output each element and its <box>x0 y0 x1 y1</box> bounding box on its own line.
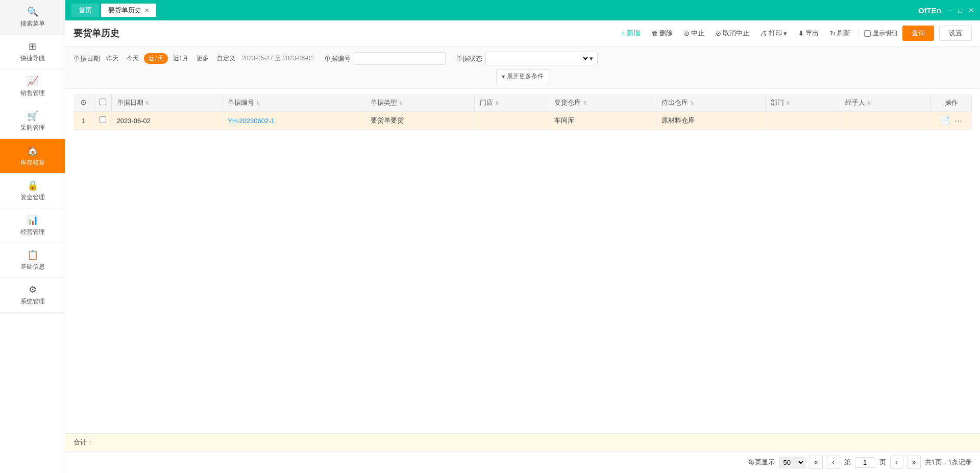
th-store[interactable]: 门店 <box>475 94 549 112</box>
more-icon[interactable]: ⋯ <box>954 116 962 125</box>
th-date-label: 单据日期 <box>117 99 143 106</box>
sidebar-item-purchase[interactable]: 🛒 采购管理 <box>0 104 65 139</box>
th-check <box>94 94 111 112</box>
stop-icon: ⊘ <box>684 30 690 37</box>
cell-handler <box>840 112 930 130</box>
export-button[interactable]: ⬇ 导出 <box>795 27 822 40</box>
next-page-btn[interactable]: › <box>890 456 903 469</box>
date-more[interactable]: 更多 <box>193 53 212 64</box>
sidebar-item-finance[interactable]: 🔒 资金管理 <box>0 174 65 208</box>
th-req-warehouse[interactable]: 要货仓库 <box>549 94 656 112</box>
edit-icon[interactable]: 📄 <box>941 116 950 125</box>
expand-more-btn[interactable]: ▾ 展开更多条件 <box>496 69 549 83</box>
action-icons: 📄 ⋯ <box>936 116 966 125</box>
display-detail-checkbox[interactable] <box>864 30 871 37</box>
last-page-btn[interactable]: » <box>908 456 921 469</box>
refresh-button[interactable]: ↻ 刷新 <box>827 27 853 40</box>
doc-status-select[interactable] <box>490 54 590 63</box>
cell-num: 1 <box>74 112 94 130</box>
print-button[interactable]: 🖨 打印 ▾ <box>757 27 790 40</box>
page-label: 第 <box>844 458 851 467</box>
tab-close-icon[interactable]: ✕ <box>144 7 149 14</box>
toolbar: + 新增 🗑 删除 ⊘ 中止 ⊘ 取消中止 🖨 打印 ▾ <box>618 26 972 41</box>
row-checkbox[interactable] <box>100 116 106 123</box>
th-department[interactable]: 部门 <box>766 94 840 112</box>
date-last1month[interactable]: 近1月 <box>170 53 192 64</box>
page-input[interactable] <box>855 457 875 468</box>
th-doctype-label: 单据类型 <box>371 99 397 106</box>
th-pending-warehouse[interactable]: 待出仓库 <box>656 94 766 112</box>
doc-status-label: 单据状态 <box>456 54 482 63</box>
basic-icon: 📋 <box>27 249 38 261</box>
cell-req-warehouse: 车间库 <box>549 112 656 130</box>
page-size-select[interactable]: 50 10 20 100 <box>779 457 805 468</box>
minimize-icon[interactable]: ─ <box>947 7 952 14</box>
table-settings-icon[interactable]: ⚙ <box>80 98 87 107</box>
sidebar-item-search[interactable]: 🔍 搜索菜单 <box>0 0 65 35</box>
date-yesterday[interactable]: 昨天 <box>103 53 121 64</box>
doc-number-input[interactable] <box>354 52 446 65</box>
cell-date: 2023-06-02 <box>111 112 223 130</box>
tab-home[interactable]: 首页 <box>71 4 99 17</box>
sidebar: 🔍 搜索菜单 ⊞ 快捷导航 📈 销售管理 🛒 采购管理 🏠 库存核算 🔒 资金管… <box>0 0 65 473</box>
sidebar-item-sales[interactable]: 📈 销售管理 <box>0 69 65 104</box>
search-icon: 🔍 <box>27 6 38 17</box>
settings-button[interactable]: 设置 <box>939 26 972 41</box>
operations-icon: 📊 <box>27 215 38 226</box>
new-button[interactable]: + 新增 <box>618 27 643 40</box>
sidebar-item-operations[interactable]: 📊 经营管理 <box>0 208 65 243</box>
docno-link[interactable]: YH-20230602-1 <box>228 117 275 125</box>
first-page-btn[interactable]: « <box>810 456 823 469</box>
date-last7days[interactable]: 近7天 <box>144 53 168 64</box>
date-filter-label: 单据日期 <box>74 54 100 63</box>
cell-store <box>475 112 549 130</box>
th-department-label: 部门 <box>771 99 784 106</box>
sidebar-item-system[interactable]: ⚙ 系统管理 <box>0 278 65 313</box>
system-icon: ⚙ <box>29 284 37 295</box>
filter-area: 单据日期 昨天 今天 近7天 近1月 更多 自定义 2023-05-27 至 2… <box>65 46 980 89</box>
delete-button[interactable]: 🗑 删除 <box>648 27 676 40</box>
select-all-checkbox[interactable] <box>100 99 106 105</box>
total-records-label: 共1页，1条记录 <box>925 458 972 467</box>
export-label: 导出 <box>805 29 819 38</box>
filter-row-1: 单据日期 昨天 今天 近7天 近1月 更多 自定义 2023-05-27 至 2… <box>74 52 972 65</box>
cancel-stop-label: 取消中止 <box>723 29 749 38</box>
topbar: 首页 要货单历史 ✕ OfTEn ─ □ ✕ <box>65 0 980 20</box>
date-filter: 单据日期 昨天 今天 近7天 近1月 更多 自定义 2023-05-27 至 2… <box>74 53 314 64</box>
cancel-stop-button[interactable]: ⊘ 取消中止 <box>713 27 752 40</box>
purchase-icon: 🛒 <box>27 110 38 122</box>
delete-icon: 🗑 <box>651 30 658 37</box>
th-docno[interactable]: 单据编号 <box>223 94 365 112</box>
sidebar-item-label: 资金管理 <box>20 193 45 202</box>
expand-label: 展开更多条件 <box>507 72 544 81</box>
date-today[interactable]: 今天 <box>124 53 142 64</box>
sales-icon: 📈 <box>27 76 38 87</box>
sidebar-item-shortcut[interactable]: ⊞ 快捷导航 <box>0 35 65 69</box>
query-button[interactable]: 查询 <box>902 26 934 41</box>
sidebar-item-label: 销售管理 <box>20 89 45 98</box>
th-handler[interactable]: 经手人 <box>840 94 930 112</box>
inventory-icon: 🏠 <box>27 145 38 156</box>
th-date[interactable]: 单据日期 <box>111 94 223 112</box>
cell-docno: YH-20230602-1 <box>223 112 365 130</box>
shortcut-icon: ⊞ <box>29 41 36 52</box>
display-detail-toggle[interactable]: 显示明细 <box>864 29 897 38</box>
delete-label: 删除 <box>659 29 673 38</box>
table-area: ⚙ 单据日期 单据编号 单据类型 <box>65 89 980 433</box>
th-doctype[interactable]: 单据类型 <box>365 94 475 112</box>
th-docno-label: 单据编号 <box>228 99 254 106</box>
page-title: 要货单历史 <box>74 27 119 39</box>
finance-icon: 🔒 <box>27 180 38 191</box>
filter-dates: 昨天 今天 近7天 近1月 更多 自定义 <box>103 53 238 64</box>
close-icon[interactable]: ✕ <box>968 7 974 14</box>
stop-button[interactable]: ⊘ 中止 <box>681 27 707 40</box>
doc-status-select-wrapper: ▾ <box>485 52 598 65</box>
date-custom[interactable]: 自定义 <box>214 53 238 64</box>
sidebar-item-inventory[interactable]: 🏠 库存核算 <box>0 139 65 174</box>
th-action: 操作 <box>931 94 972 112</box>
date-range-display: 2023-05-27 至 2023-06-02 <box>241 54 313 63</box>
maximize-icon[interactable]: □ <box>958 7 962 14</box>
prev-page-btn[interactable]: ‹ <box>827 456 840 469</box>
tab-history[interactable]: 要货单历史 ✕ <box>101 4 156 17</box>
sidebar-item-basic[interactable]: 📋 基础信息 <box>0 243 65 278</box>
